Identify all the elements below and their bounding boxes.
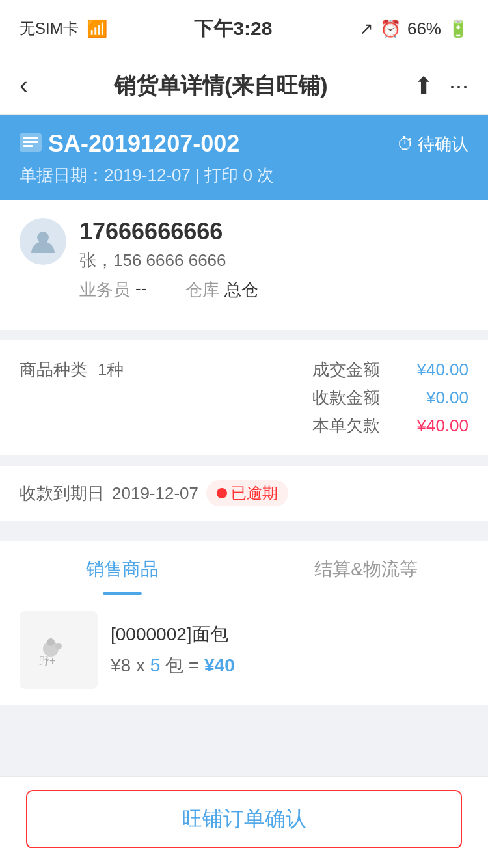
product-section: 野+ [0000002]面包 ¥8 x 5 包 = ¥40 [0, 595, 488, 705]
product-code: [0000002] [111, 624, 192, 644]
equals-sign: = [189, 655, 204, 675]
pay-value: ¥0.00 [390, 388, 468, 408]
tab-settlement[interactable]: 结算&物流等 [244, 541, 488, 595]
overdue-text: 已逾期 [231, 483, 278, 504]
item-count: 商品种类 1种 [20, 359, 124, 381]
svg-text:野+: 野+ [39, 655, 55, 666]
due-date-label: 收款到期日 [20, 482, 104, 505]
overdue-badge: 已逾期 [206, 480, 288, 506]
divider-2 [0, 455, 488, 466]
order-date-line: 单据日期：2019-12-07 | 打印 0 次 [20, 164, 468, 187]
product-thumbnail: 野+ [20, 611, 98, 689]
svg-rect-2 [23, 141, 38, 143]
page-title: 销货单详情(来自旺铺) [114, 71, 328, 101]
order-id: SA-20191207-002 [20, 130, 239, 157]
product-total: ¥40 [204, 655, 235, 675]
product-qty: 5 [150, 655, 161, 675]
product-info: [0000002]面包 ¥8 x 5 包 = ¥40 [111, 622, 468, 678]
back-button[interactable]: ‹ [20, 72, 28, 100]
order-header: SA-20191207-002 ⏱ 待确认 单据日期：2019-12-07 | … [0, 115, 488, 200]
type-value: 1种 [98, 359, 124, 381]
pay-amount-row: 收款金额 ¥0.00 [289, 387, 468, 409]
warehouse-label: 仓库 [185, 278, 219, 301]
svg-point-7 [55, 643, 62, 649]
product-price: ¥8 [111, 655, 131, 675]
confirm-order-button[interactable]: 旺铺订单确认 [26, 790, 462, 848]
svg-rect-1 [23, 137, 38, 139]
time-display: 下午3:28 [194, 16, 272, 42]
product-item: 野+ [0000002]面包 ¥8 x 5 包 = ¥40 [20, 611, 468, 689]
status-bar-left: 无SIM卡 📶 [20, 18, 107, 39]
avatar [20, 218, 66, 265]
overdue-dot-icon [217, 488, 227, 498]
deal-amount-row: 成交金额 ¥40.00 [289, 359, 468, 381]
debt-amount-row: 本单欠款 ¥40.00 [289, 414, 468, 437]
order-status: ⏱ 待确认 [397, 133, 468, 156]
tab-sales-products[interactable]: 销售商品 [0, 541, 244, 595]
share-icon[interactable]: ⬆ [414, 72, 433, 100]
debt-label: 本单欠款 [289, 414, 380, 437]
summary-left: 商品种类 1种 [20, 359, 124, 381]
debt-value: ¥40.00 [390, 416, 468, 436]
customer-meta: 业务员 -- 仓库 总仓 [79, 278, 468, 301]
tabs-section: 销售商品 结算&物流等 [0, 541, 488, 595]
divider-1 [0, 330, 488, 340]
order-icon [20, 130, 42, 157]
status-bar-right: ↗ ⏰ 66% 🔋 [359, 19, 468, 39]
status-bar: 无SIM卡 📶 下午3:28 ↗ ⏰ 66% 🔋 [0, 0, 488, 57]
wifi-icon: 📶 [87, 19, 107, 39]
battery-icon: 🔋 [448, 19, 468, 39]
divider-3 [0, 521, 488, 531]
nav-actions: ⬆ ··· [414, 72, 468, 100]
product-name: [0000002]面包 [111, 622, 468, 647]
multiply-sign: x [136, 655, 150, 675]
type-label: 商品种类 [20, 359, 87, 381]
warehouse-value: 总仓 [224, 278, 258, 301]
due-date-section: 收款到期日 2019-12-07 已逾期 [0, 466, 488, 521]
summary-right: 成交金额 ¥40.00 收款金额 ¥0.00 本单欠款 ¥40.00 [289, 359, 468, 437]
customer-card: 17666666666 张，156 6666 6666 业务员 -- 仓库 总仓 [0, 200, 488, 330]
deal-label: 成交金额 [289, 359, 380, 381]
customer-info: 17666666666 张，156 6666 6666 业务员 -- 仓库 总仓 [79, 218, 468, 301]
tab-settlement-label: 结算&物流等 [314, 559, 418, 579]
bottom-bar: 旺铺订单确认 [0, 776, 488, 868]
customer-phone: 17666666666 [79, 218, 468, 245]
deal-value: ¥40.00 [390, 360, 468, 380]
svg-rect-3 [23, 145, 33, 147]
nav-bar: ‹ 销货单详情(来自旺铺) ⬆ ··· [0, 57, 488, 115]
location-icon: ↗ [359, 19, 373, 39]
status-clock-icon: ⏱ [397, 134, 414, 154]
more-icon[interactable]: ··· [449, 72, 468, 100]
svg-point-6 [47, 638, 55, 646]
sales-value: -- [135, 278, 146, 301]
customer-name-phone: 张，156 6666 6666 [79, 249, 468, 272]
pay-label: 收款金额 [289, 387, 380, 409]
summary-section: 商品种类 1种 成交金额 ¥40.00 收款金额 ¥0.00 本单欠款 ¥40.… [0, 340, 488, 455]
carrier-text: 无SIM卡 [20, 18, 79, 39]
due-date-value: 2019-12-07 [112, 483, 198, 504]
alarm-icon: ⏰ [380, 19, 401, 39]
product-price-line: ¥8 x 5 包 = ¥40 [111, 653, 468, 678]
battery-text: 66% [407, 19, 441, 39]
product-name-text: 面包 [192, 624, 228, 644]
sales-label: 业务员 [79, 278, 130, 301]
product-unit: 包 [165, 655, 183, 675]
tab-sales-label: 销售商品 [86, 559, 159, 579]
